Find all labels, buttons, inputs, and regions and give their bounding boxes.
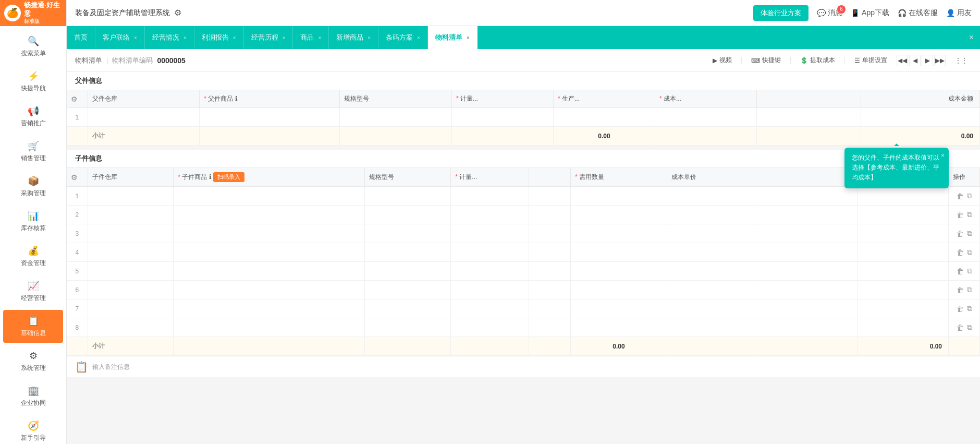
sidebar-item-sales[interactable]: 🛒销售管理 bbox=[3, 135, 63, 168]
copy-icon-4[interactable]: ⧉ bbox=[967, 248, 972, 257]
table-view-btn[interactable]: ⋮⋮ bbox=[951, 55, 972, 66]
child-cell-quantity-6[interactable] bbox=[570, 281, 667, 299]
sidebar-item-quick-nav[interactable]: ⚡快捷导航 bbox=[3, 65, 63, 98]
delete-icon-5[interactable]: 🗑 bbox=[957, 267, 964, 275]
child-cell-unit-cost-3[interactable] bbox=[667, 224, 753, 243]
sidebar-item-marketing[interactable]: 📢营销推广 bbox=[3, 100, 63, 133]
breadcrumb-bom[interactable]: 物料清单 bbox=[75, 56, 102, 65]
extract-cost-btn[interactable]: 💲 提取成本 bbox=[796, 54, 839, 67]
child-cell-cost-amount-2[interactable] bbox=[857, 206, 948, 224]
parent-cell-warehouse-1[interactable] bbox=[88, 108, 200, 127]
child-cell-quantity-7[interactable] bbox=[570, 299, 667, 318]
app-download-link[interactable]: 📱 App下载 bbox=[851, 8, 889, 18]
sidebar-item-basic-info[interactable]: 📋基础信息 bbox=[3, 310, 63, 343]
sidebar-item-system[interactable]: ⚙系统管理 bbox=[3, 345, 63, 378]
child-cell-spec-3[interactable] bbox=[365, 224, 451, 243]
tab-close-profit-report[interactable]: × bbox=[233, 35, 236, 41]
child-settings-icon[interactable]: ⚙ bbox=[71, 173, 78, 182]
child-cell-warehouse-4[interactable] bbox=[88, 243, 174, 262]
sidebar-item-enterprise[interactable]: 🏢企业协同 bbox=[3, 380, 63, 413]
child-cell-unit-6[interactable] bbox=[451, 281, 529, 299]
child-cell-warehouse-3[interactable] bbox=[88, 224, 174, 243]
child-cell-cost-amount-3[interactable] bbox=[857, 224, 948, 243]
child-cell-unit-cost-2[interactable] bbox=[667, 206, 753, 224]
child-cell-quantity-4[interactable] bbox=[570, 243, 667, 262]
nav-prev[interactable]: ◀ bbox=[909, 55, 921, 66]
tab-close-bom[interactable]: × bbox=[467, 35, 470, 41]
close-all-tabs[interactable]: × bbox=[963, 33, 980, 42]
child-cell-unit-3[interactable] bbox=[451, 224, 529, 243]
child-cell-spec-1[interactable] bbox=[365, 187, 451, 206]
trial-button[interactable]: 体验行业方案 bbox=[753, 5, 808, 21]
nav-tab-customer[interactable]: 客户联络× bbox=[95, 26, 145, 49]
child-cell-goods-1[interactable] bbox=[174, 187, 365, 206]
scan-button[interactable]: 扫码录入 bbox=[213, 172, 244, 182]
nav-tab-goods[interactable]: 商品× bbox=[293, 26, 329, 49]
child-cell-unit-cost-8[interactable] bbox=[667, 318, 753, 337]
child-cell-goods-4[interactable] bbox=[174, 243, 365, 262]
sidebar-item-finance[interactable]: 💰资金管理 bbox=[3, 240, 63, 273]
copy-icon-3[interactable]: ⧉ bbox=[967, 229, 972, 238]
child-cell-spec-8[interactable] bbox=[365, 318, 451, 337]
child-cell-spec-5[interactable] bbox=[365, 262, 451, 281]
child-cell-spec-4[interactable] bbox=[365, 243, 451, 262]
delete-icon-8[interactable]: 🗑 bbox=[957, 323, 964, 332]
single-setting-btn[interactable]: ☰ 单据设置 bbox=[850, 54, 891, 67]
nav-tab-new-goods[interactable]: 新增商品× bbox=[329, 26, 378, 49]
nav-tab-operation-history[interactable]: 经营历程× bbox=[244, 26, 293, 49]
child-cell-goods-2[interactable] bbox=[174, 206, 365, 224]
child-cell-goods-8[interactable] bbox=[174, 318, 365, 337]
tab-close-new-goods[interactable]: × bbox=[368, 35, 371, 41]
delete-icon-6[interactable]: 🗑 bbox=[957, 286, 964, 294]
sidebar-item-operation[interactable]: 📈经营管理 bbox=[3, 275, 63, 308]
copy-icon-5[interactable]: ⧉ bbox=[967, 267, 972, 275]
sidebar-item-guide[interactable]: 🧭新手引导 bbox=[3, 415, 63, 444]
parent-cell-cost-1[interactable] bbox=[655, 108, 756, 127]
child-cell-goods-3[interactable] bbox=[174, 224, 365, 243]
nav-last[interactable]: ▶▶ bbox=[934, 55, 946, 66]
delete-icon-3[interactable]: 🗑 bbox=[957, 230, 964, 238]
nav-tab-barcode[interactable]: 条码方案× bbox=[378, 26, 428, 49]
child-cell-warehouse-7[interactable] bbox=[88, 299, 174, 318]
parent-settings-icon[interactable]: ⚙ bbox=[71, 95, 78, 103]
child-cell-unit-cost-7[interactable] bbox=[667, 299, 753, 318]
child-cell-goods-6[interactable] bbox=[174, 281, 365, 299]
child-cell-warehouse-8[interactable] bbox=[88, 318, 174, 337]
child-cell-warehouse-2[interactable] bbox=[88, 206, 174, 224]
video-btn[interactable]: ▶ 视频 bbox=[708, 54, 736, 67]
child-cell-unit-cost-1[interactable] bbox=[667, 187, 753, 206]
delete-icon-7[interactable]: 🗑 bbox=[957, 305, 964, 313]
child-cell-spec-6[interactable] bbox=[365, 281, 451, 299]
delete-icon-4[interactable]: 🗑 bbox=[957, 248, 964, 257]
child-cell-unit-1[interactable] bbox=[451, 187, 529, 206]
child-cell-unit-cost-4[interactable] bbox=[667, 243, 753, 262]
child-cell-warehouse-1[interactable] bbox=[88, 187, 174, 206]
parent-cell-produce-1[interactable] bbox=[553, 108, 655, 127]
tab-close-operation-history[interactable]: × bbox=[283, 35, 286, 41]
tab-close-operation-status[interactable]: × bbox=[183, 35, 187, 41]
nav-first[interactable]: ◀◀ bbox=[897, 55, 908, 66]
child-cell-cost-amount-6[interactable] bbox=[857, 281, 948, 299]
child-cell-quantity-1[interactable] bbox=[570, 187, 667, 206]
nav-next[interactable]: ▶ bbox=[922, 55, 933, 66]
child-cell-unit-cost-6[interactable] bbox=[667, 281, 753, 299]
child-cell-cost-amount-5[interactable] bbox=[857, 262, 948, 281]
parent-cell-goods-1[interactable] bbox=[200, 108, 340, 127]
delete-icon-1[interactable]: 🗑 bbox=[957, 192, 964, 200]
user-avatar[interactable]: 👤 用友 bbox=[946, 8, 972, 18]
child-cell-goods-5[interactable] bbox=[174, 262, 365, 281]
child-cell-cost-amount-1[interactable] bbox=[857, 187, 948, 206]
parent-cell-cost-amount-1[interactable] bbox=[861, 108, 979, 127]
child-cell-warehouse-6[interactable] bbox=[88, 281, 174, 299]
child-cell-unit-4[interactable] bbox=[451, 243, 529, 262]
tab-close-customer[interactable]: × bbox=[134, 35, 137, 41]
sidebar-item-inventory[interactable]: 📊库存核算 bbox=[3, 205, 63, 238]
online-service-link[interactable]: 🎧 在线客服 bbox=[898, 8, 938, 18]
nav-tab-profit-report[interactable]: 利润报告× bbox=[194, 26, 244, 49]
nav-tab-home[interactable]: 首页 bbox=[67, 26, 95, 49]
copy-icon-2[interactable]: ⧉ bbox=[967, 210, 972, 219]
nav-tab-bom[interactable]: 物料清单× bbox=[428, 26, 477, 49]
child-cell-quantity-2[interactable] bbox=[570, 206, 667, 224]
copy-icon-1[interactable]: ⧉ bbox=[967, 191, 972, 200]
parent-cell-spec-1[interactable] bbox=[340, 108, 452, 127]
